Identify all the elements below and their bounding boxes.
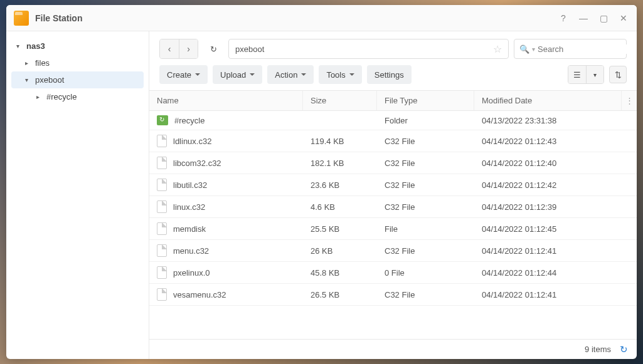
file-date: 04/14/2022 01:12:42 [474, 176, 622, 194]
help-button[interactable]: ? [558, 13, 569, 24]
file-icon [157, 222, 167, 235]
path-bar[interactable]: pxeboot ☆ [228, 39, 509, 59]
tree-item-files[interactable]: ▸ files [11, 55, 144, 71]
file-icon [157, 244, 167, 257]
reload-button[interactable]: ↻ [203, 39, 223, 59]
file-icon [157, 179, 167, 191]
chevron-down-icon[interactable]: ▾ [532, 46, 535, 53]
search-icon: 🔍 [519, 44, 529, 54]
file-date: 04/14/2022 01:12:39 [474, 198, 622, 216]
table-row[interactable]: menu.c3226 KBC32 File04/14/2022 01:12:41 [149, 240, 637, 262]
file-name: #recycle [174, 116, 205, 125]
file-date: 04/14/2022 01:12:44 [474, 264, 622, 282]
file-name: libcom32.c32 [173, 159, 221, 168]
file-type: C32 File [377, 154, 474, 172]
tree-item-label: pxeboot [35, 75, 64, 85]
app-icon [14, 11, 29, 26]
col-header-date[interactable]: Modified Date [474, 91, 622, 110]
upload-button[interactable]: Upload [213, 65, 262, 84]
file-type: C32 File [377, 242, 474, 260]
file-size: 4.6 KB [303, 198, 377, 216]
file-name: linux.c32 [173, 202, 205, 212]
app-window: File Station ? — ▢ ✕ ▾ nas3 ▸ files ▾ px… [6, 5, 637, 359]
file-type: 0 File [377, 264, 474, 282]
tree-root[interactable]: ▾ nas3 [11, 38, 144, 55]
tree-item-pxeboot[interactable]: ▾ pxeboot [11, 71, 144, 88]
file-type: C32 File [377, 286, 474, 304]
create-button[interactable]: Create [159, 65, 208, 84]
table-row[interactable]: linux.c324.6 KBC32 File04/14/2022 01:12:… [149, 196, 637, 218]
search-box[interactable]: 🔍 ▾ [514, 39, 627, 59]
table-row[interactable]: libutil.c3223.6 KBC32 File04/14/2022 01:… [149, 174, 637, 196]
action-button[interactable]: Action [267, 65, 314, 84]
toolbar-actions: Create Upload Action Tools Settings ☰ ▾ … [149, 64, 637, 90]
col-header-name[interactable]: Name [149, 91, 303, 110]
file-size: 182.1 KB [303, 154, 377, 172]
refresh-icon[interactable]: ↻ [620, 344, 628, 355]
table-row[interactable]: vesamenu.c3226.5 KBC32 File04/14/2022 01… [149, 284, 637, 306]
file-size [303, 116, 377, 125]
statusbar: 9 items ↻ [149, 339, 637, 359]
tree-item-label: files [35, 58, 50, 68]
tree-item-label: #recycle [46, 92, 77, 101]
file-name: pxelinux.0 [173, 268, 210, 278]
back-button[interactable]: ‹ [160, 39, 179, 58]
file-date: 04/14/2022 01:12:41 [474, 242, 622, 260]
table-header: Name Size File Type Modified Date ⋮ [149, 91, 637, 111]
table-row[interactable]: memdisk25.5 KBFile04/14/2022 01:12:45 [149, 218, 637, 240]
file-name: libutil.c32 [173, 180, 207, 190]
file-type: Folder [377, 112, 474, 130]
main-panel: ‹ › ↻ pxeboot ☆ 🔍 ▾ Create Upload Action [149, 31, 637, 359]
file-table: Name Size File Type Modified Date ⋮ #rec… [149, 90, 637, 339]
file-date: 04/14/2022 01:12:41 [474, 286, 622, 304]
file-type: File [377, 220, 474, 238]
file-name: menu.c32 [173, 246, 209, 256]
toolbar-nav: ‹ › ↻ pxeboot ☆ 🔍 ▾ [149, 31, 637, 64]
caret-down-icon: ▾ [16, 43, 24, 49]
file-name: ldlinux.c32 [173, 137, 211, 146]
file-type: C32 File [377, 132, 474, 150]
item-count: 9 items [585, 345, 611, 354]
col-header-type[interactable]: File Type [377, 91, 474, 110]
file-date: 04/14/2022 01:12:40 [474, 154, 622, 172]
col-header-size[interactable]: Size [303, 91, 377, 110]
tree-root-label: nas3 [26, 41, 45, 51]
file-icon [157, 157, 167, 169]
list-view-button[interactable]: ☰ [568, 66, 586, 83]
search-input[interactable] [538, 44, 637, 54]
table-row[interactable]: libcom32.c32182.1 KBC32 File04/14/2022 0… [149, 152, 637, 174]
tree-item-recycle[interactable]: ▸ #recycle [11, 88, 144, 105]
folder-icon [157, 115, 168, 125]
minimize-button[interactable]: — [578, 13, 589, 24]
column-menu-icon[interactable]: ⋮ [622, 91, 637, 110]
path-text: pxeboot [235, 44, 493, 54]
caret-right-icon: ▸ [25, 60, 33, 66]
file-size: 119.4 KB [303, 132, 377, 150]
file-icon [157, 266, 167, 279]
sidebar: ▾ nas3 ▸ files ▾ pxeboot ▸ #recycle [6, 31, 149, 359]
caret-down-icon: ▾ [25, 76, 33, 83]
view-dropdown-button[interactable]: ▾ [586, 66, 603, 83]
file-size: 26.5 KB [303, 286, 377, 304]
file-icon [157, 200, 167, 213]
tools-button[interactable]: Tools [319, 65, 361, 84]
file-date: 04/13/2022 23:31:38 [474, 112, 622, 130]
favorite-icon[interactable]: ☆ [493, 43, 502, 55]
file-icon [157, 135, 167, 147]
file-icon [157, 288, 167, 301]
file-size: 25.5 KB [303, 220, 377, 238]
file-type: C32 File [377, 176, 474, 194]
file-date: 04/14/2022 01:12:45 [474, 220, 622, 238]
table-row[interactable]: pxelinux.045.8 KB0 File04/14/2022 01:12:… [149, 262, 637, 284]
file-size: 23.6 KB [303, 176, 377, 194]
maximize-button[interactable]: ▢ [598, 13, 609, 24]
forward-button[interactable]: › [179, 39, 198, 58]
sort-button[interactable]: ⇅ [609, 66, 627, 83]
app-title: File Station [35, 13, 558, 23]
file-name: vesamenu.c32 [173, 290, 226, 299]
table-row[interactable]: #recycleFolder04/13/2022 23:31:38 [149, 111, 637, 130]
settings-button[interactable]: Settings [367, 65, 412, 84]
titlebar: File Station ? — ▢ ✕ [6, 5, 637, 31]
close-button[interactable]: ✕ [618, 13, 629, 24]
table-row[interactable]: ldlinux.c32119.4 KBC32 File04/14/2022 01… [149, 130, 637, 152]
